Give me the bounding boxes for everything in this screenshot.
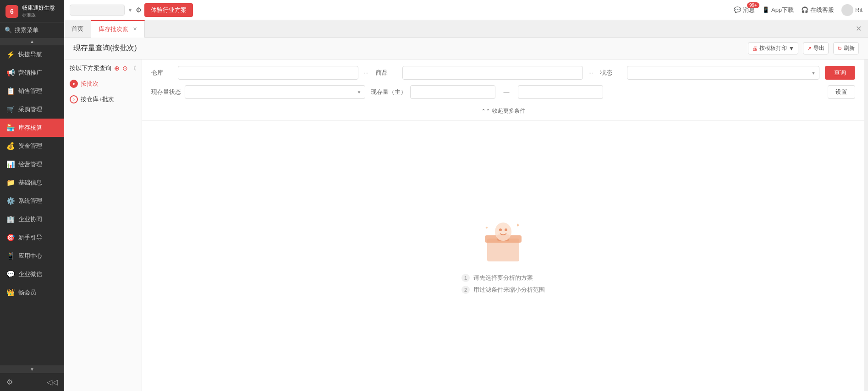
plan-item-warehouse-batch[interactable]: ○ 按仓库+批次	[64, 92, 142, 107]
purchase-icon: 🛒	[6, 105, 15, 114]
sidebar-item-system[interactable]: ⚙️ 系统管理	[0, 192, 64, 210]
right-scrollbar[interactable]	[864, 60, 868, 391]
empty-steps: 1 请先选择要分析的方案 2 用过滤条件来缩小分析范围	[461, 274, 545, 294]
search-menu-item[interactable]: 🔍 搜索菜单	[0, 22, 64, 38]
warehouse-filter-label: 仓库	[151, 69, 174, 77]
collapse-sidebar-icon[interactable]: ◁◁	[47, 378, 58, 386]
refresh-button[interactable]: ↻ 刷新	[833, 42, 859, 54]
sidebar-scroll-down[interactable]: ▼	[0, 365, 64, 373]
stock-status-label: 现存量状态	[151, 88, 181, 96]
messages-item[interactable]: 💬 消息 99+	[734, 6, 755, 14]
marketing-label: 营销推广	[18, 69, 42, 77]
product-filter-input[interactable]	[402, 66, 583, 80]
tabbar: 首页 库存批次账 ✕ ✕	[64, 20, 868, 38]
empty-step-2: 2 用过滤条件来缩小分析范围	[461, 286, 545, 294]
right-panel: 仓库 ··· 商品 ··· 状态	[142, 60, 864, 391]
sidebar-item-basics[interactable]: 📁 基础信息	[0, 174, 64, 192]
sidebar-nav: ⚡ 快捷导航 📢 营销推广 📋 销售管理 🛒 采购管理 🏪 库存核算 💰 资金管…	[0, 45, 64, 365]
settings-button[interactable]: 设置	[828, 85, 855, 99]
refresh-label: 刷新	[844, 44, 855, 52]
app-version: 标准版	[22, 12, 55, 18]
stock-status-select-wrapper: ▼	[185, 85, 365, 99]
tab-panel-close-button[interactable]: ✕	[849, 20, 868, 38]
sidebar: 6 畅康通好生意 标准版 🔍 搜索菜单 ▲ ⚡ 快捷导航 📢 营销推广 📋 销售…	[0, 0, 64, 391]
settings-plan-icon[interactable]: ⊙	[122, 65, 128, 72]
tab-home[interactable]: 首页	[64, 20, 91, 38]
sidebar-item-sales[interactable]: 📋 销售管理	[0, 82, 64, 100]
purchase-label: 采购管理	[18, 105, 42, 114]
search-menu-label: 搜索菜单	[15, 26, 38, 34]
app-info: 畅康通好生意 标准版	[22, 5, 55, 18]
sidebar-item-appcenter[interactable]: 📱 应用中心	[0, 247, 64, 265]
stock-qty-dash: —	[499, 89, 514, 96]
filter-row-2: 现存量状态 ▼ 现存量（主） —	[151, 85, 855, 99]
tab-close-icon[interactable]: ✕	[133, 26, 137, 32]
stock-qty-to-input[interactable]	[518, 85, 603, 99]
plan-warehouse-batch-label: 按仓库+批次	[81, 95, 114, 103]
app-download-label: App下载	[771, 6, 794, 14]
operations-label: 经营管理	[18, 160, 42, 168]
inventory-label: 库存核算	[18, 124, 42, 132]
warehouse-more-icon[interactable]: ···	[362, 70, 370, 76]
empty-illustration: ✦ ✦	[478, 218, 528, 268]
left-panel: 按以下方案查询 ⊕ ⊙ 《 ● 按批次 ○ 按仓库+批次	[64, 60, 142, 391]
message-icon: 💬	[734, 6, 741, 13]
query-button[interactable]: 查询	[825, 66, 855, 80]
collapse-left-icon[interactable]: 《	[131, 65, 136, 72]
print-button[interactable]: 🖨 按模板打印 ▼	[748, 42, 798, 54]
page-title: 现存量查询(按批次)	[73, 43, 137, 53]
user-item[interactable]: Rit	[841, 4, 863, 16]
settings-icon[interactable]: ⚙	[6, 378, 13, 386]
status-select[interactable]	[627, 66, 819, 80]
collapse-up-icon: ⌃⌃	[481, 108, 490, 114]
step-2-num: 2	[461, 286, 470, 294]
sidebar-item-enterprise[interactable]: 🏢 企业协同	[0, 210, 64, 228]
sidebar-item-member[interactable]: 👑 畅会员	[0, 283, 64, 302]
sidebar-item-wechat[interactable]: 💬 企业微信	[0, 265, 64, 283]
step-1-text: 请先选择要分析的方案	[473, 274, 533, 282]
industry-solution-button[interactable]: 体验行业方案	[144, 3, 193, 17]
tab-inventory-batch[interactable]: 库存批次账 ✕	[91, 20, 145, 38]
stock-status-select[interactable]	[185, 85, 365, 99]
export-button[interactable]: ↗ 导出	[803, 42, 829, 54]
filter-area: 仓库 ··· 商品 ··· 状态	[142, 60, 864, 121]
enterprise-label: 企业协同	[18, 215, 42, 223]
sidebar-footer: ⚙ ◁◁	[0, 373, 64, 391]
online-service-item[interactable]: 🎧 在线客服	[801, 6, 834, 14]
topbar-gear-icon[interactable]: ⚙	[136, 6, 142, 14]
app-download-item[interactable]: 📱 App下载	[762, 6, 794, 14]
refresh-icon: ↻	[837, 45, 842, 52]
collapse-conditions-button[interactable]: ⌃⌃ 收起更多条件	[151, 104, 855, 116]
filter-row-1: 仓库 ··· 商品 ··· 状态	[151, 66, 855, 80]
sidebar-item-finance[interactable]: 💰 资金管理	[0, 137, 64, 155]
sidebar-item-shortcuts[interactable]: ⚡ 快捷导航	[0, 45, 64, 64]
add-plan-icon[interactable]: ⊕	[114, 65, 120, 72]
warehouse-filter-input[interactable]	[178, 66, 358, 80]
sidebar-item-newguide[interactable]: 🎯 新手引导	[0, 228, 64, 247]
sidebar-item-inventory[interactable]: 🏪 库存核算	[0, 119, 64, 137]
member-label: 畅会员	[18, 288, 36, 297]
inventory-icon: 🏪	[6, 124, 15, 132]
product-more-icon[interactable]: ···	[587, 70, 595, 76]
appcenter-label: 应用中心	[18, 252, 42, 260]
sidebar-item-operations[interactable]: 📊 经营管理	[0, 155, 64, 174]
search-icon: 🔍	[5, 27, 12, 33]
sidebar-item-purchase[interactable]: 🛒 采购管理	[0, 100, 64, 119]
basics-label: 基础信息	[18, 179, 42, 187]
newguide-label: 新手引导	[18, 234, 42, 242]
page-header: 现存量查询(按批次) 🖨 按模板打印 ▼ ↗ 导出 ↻ 刷新	[64, 38, 868, 60]
export-label: 导出	[813, 44, 824, 52]
sidebar-item-marketing[interactable]: 📢 营销推广	[0, 64, 64, 82]
plan-item-batch[interactable]: ● 按批次	[64, 76, 142, 92]
member-icon: 👑	[6, 288, 15, 297]
sidebar-scroll-up[interactable]: ▲	[0, 38, 64, 45]
topbar-right: 💬 消息 99+ 📱 App下载 🎧 在线客服 Rit	[734, 4, 863, 16]
wechat-icon: 💬	[6, 270, 15, 278]
stock-qty-from-input[interactable]	[410, 85, 495, 99]
topbar-search-input[interactable]	[70, 5, 125, 16]
sidebar-header: 6 畅康通好生意 标准版	[0, 0, 64, 22]
status-filter-field: 状态 ▼	[600, 66, 819, 80]
step-1-num: 1	[461, 274, 470, 282]
topbar-dropdown-arrow[interactable]: ▼	[127, 7, 133, 13]
finance-label: 资金管理	[18, 142, 42, 150]
